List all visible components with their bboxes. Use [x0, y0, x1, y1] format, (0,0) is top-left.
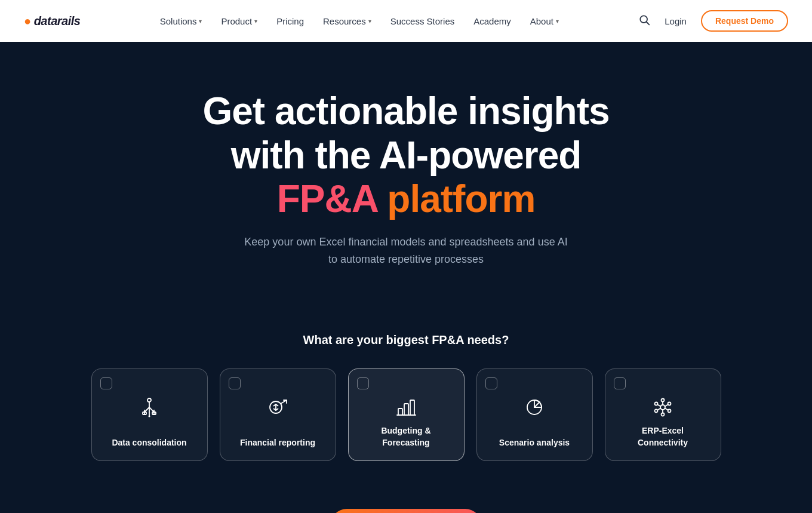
svg-line-1 [647, 21, 650, 24]
dollar-chart-icon [266, 395, 290, 419]
nav-link-success-stories[interactable]: Success Stories [390, 16, 455, 26]
card-label: ERP-ExcelConnectivity [615, 425, 711, 449]
hero-subtitle: Keep your own Excel financial models and… [24, 234, 788, 268]
nav-item-resources[interactable]: Resources ▾ [323, 16, 371, 26]
logo-text: ● datarails [24, 14, 80, 28]
card-scenario-analysis[interactable]: Scenario analysis [476, 368, 593, 461]
navbar: ● datarails Solutions ▾ Product ▾ Pricin… [0, 0, 812, 42]
svg-line-33 [657, 405, 661, 407]
nav-item-about[interactable]: About ▾ [530, 16, 559, 26]
usb-icon [137, 395, 161, 419]
chevron-down-icon: ▾ [368, 18, 371, 24]
cta-section: Request a demo [0, 497, 812, 513]
card-checkbox [357, 377, 369, 389]
nav-item-pricing[interactable]: Pricing [276, 16, 304, 26]
request-demo-cta-button[interactable]: Request a demo [330, 509, 482, 513]
navbar-right: Login Request Demo [638, 10, 788, 32]
svg-point-11 [149, 416, 150, 417]
bar-chart-icon [394, 395, 418, 419]
card-label: Scenario analysis [487, 437, 583, 449]
chevron-down-icon: ▾ [254, 18, 257, 24]
nav-menu: Solutions ▾ Product ▾ Pricing Resources … [160, 16, 559, 26]
nav-item-solutions[interactable]: Solutions ▾ [160, 16, 202, 26]
svg-line-23 [534, 402, 540, 407]
search-button[interactable] [638, 14, 650, 29]
svg-line-5 [149, 407, 154, 412]
card-checkbox [614, 377, 626, 389]
hero-title: Get actionable insights with the AI-powe… [24, 90, 788, 222]
svg-rect-19 [404, 404, 408, 415]
card-erp-excel[interactable]: ERP-ExcelConnectivity [605, 368, 721, 461]
svg-line-36 [657, 408, 661, 410]
card-data-consolidation[interactable]: Data consolidation [91, 368, 208, 461]
login-button[interactable]: Login [665, 16, 687, 26]
request-demo-nav-button[interactable]: Request Demo [701, 10, 788, 32]
fpa-cards-row: Data consolidation Financial reporting [24, 368, 788, 461]
chevron-down-icon: ▾ [556, 18, 559, 24]
card-checkbox [100, 377, 112, 389]
svg-rect-20 [410, 400, 414, 415]
svg-line-35 [665, 405, 669, 407]
card-checkbox [229, 377, 241, 389]
search-icon [638, 14, 650, 26]
nav-item-academy[interactable]: Academy [473, 16, 511, 26]
nav-link-solutions[interactable]: Solutions ▾ [160, 16, 202, 26]
nav-link-academy[interactable]: Academy [473, 16, 511, 26]
card-checkbox [485, 377, 497, 389]
svg-rect-18 [398, 408, 402, 415]
nav-link-product[interactable]: Product ▾ [221, 16, 257, 26]
nav-item-product[interactable]: Product ▾ [221, 16, 257, 26]
hero-section: Get actionable insights with the AI-powe… [0, 42, 812, 303]
svg-point-2 [147, 398, 151, 402]
logo[interactable]: ● datarails [24, 14, 80, 28]
pie-chart-icon [522, 395, 546, 419]
nav-item-success-stories[interactable]: Success Stories [390, 16, 455, 26]
cards-section-title: What are your biggest FP&A needs? [24, 333, 788, 347]
card-financial-reporting[interactable]: Financial reporting [220, 368, 336, 461]
svg-line-34 [665, 408, 669, 410]
chevron-down-icon: ▾ [199, 18, 202, 24]
nav-link-resources[interactable]: Resources ▾ [323, 16, 371, 26]
svg-point-24 [660, 405, 665, 410]
card-label: Data consolidation [102, 437, 198, 449]
network-icon [651, 395, 675, 419]
card-label: Budgeting &Forecasting [358, 425, 454, 449]
hero-highlight: FP&A [277, 177, 387, 220]
nav-link-about[interactable]: About ▾ [530, 16, 559, 26]
card-budgeting-forecasting[interactable]: Budgeting &Forecasting [348, 368, 465, 461]
fpa-needs-section: What are your biggest FP&A needs? Data c… [0, 303, 812, 497]
svg-line-4 [144, 407, 149, 412]
nav-link-pricing[interactable]: Pricing [276, 16, 304, 26]
card-label: Financial reporting [230, 437, 326, 449]
